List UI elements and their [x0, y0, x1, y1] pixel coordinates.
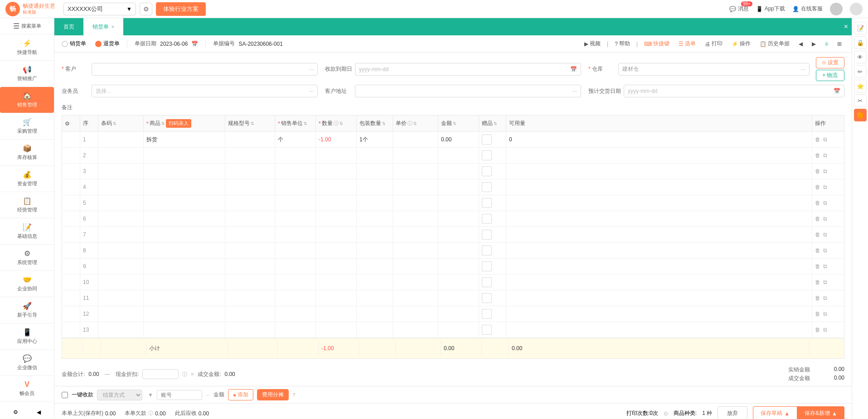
- td-unit-9[interactable]: [275, 275, 316, 290]
- td-pkg-3[interactable]: [357, 179, 393, 195]
- td-gift-0[interactable]: [479, 132, 506, 147]
- td-spec-9[interactable]: [225, 275, 275, 290]
- td-qty-8[interactable]: [316, 259, 357, 274]
- abandon-btn[interactable]: 放弃: [718, 406, 747, 419]
- calendar-icon[interactable]: 📅: [191, 41, 198, 47]
- td-qty-11[interactable]: [316, 306, 357, 322]
- remark-input[interactable]: [74, 104, 839, 111]
- td-spec-3[interactable]: [225, 179, 275, 195]
- copy-icon-6[interactable]: ⧉: [823, 231, 827, 238]
- scan-btn[interactable]: 扫码录入: [166, 119, 191, 128]
- sidebar-item-sales[interactable]: 🏠 销售管理: [0, 87, 54, 113]
- td-gift-5[interactable]: [479, 211, 506, 226]
- td-qty-1[interactable]: [316, 148, 357, 163]
- td-unit-1[interactable]: [275, 148, 316, 163]
- td-barcode-12[interactable]: [98, 322, 144, 337]
- td-price-9[interactable]: [393, 275, 438, 290]
- td-amount-9[interactable]: [438, 275, 479, 290]
- choose-btn[interactable]: ☰ 选单: [676, 39, 698, 48]
- td-pkg-12[interactable]: [357, 322, 393, 337]
- td-spec-1[interactable]: [225, 148, 275, 163]
- td-spec-7[interactable]: [225, 243, 275, 258]
- td-price-2[interactable]: [393, 164, 438, 179]
- save-new-btn[interactable]: 保存&新增 ▲: [797, 406, 844, 419]
- td-barcode-8[interactable]: [98, 259, 144, 274]
- td-gift-4[interactable]: [479, 195, 506, 211]
- td-goods-0[interactable]: 拆货: [144, 132, 225, 147]
- copy-icon-8[interactable]: ⧉: [823, 263, 827, 270]
- td-barcode-5[interactable]: [98, 211, 144, 226]
- td-pkg-1[interactable]: [357, 148, 393, 163]
- grid-view-btn[interactable]: ⊞: [834, 40, 844, 48]
- rp-btn-6[interactable]: ✂: [854, 94, 867, 107]
- rp-btn-1[interactable]: 📝: [854, 22, 867, 34]
- td-goods-12[interactable]: [144, 322, 225, 337]
- td-spec-2[interactable]: [225, 164, 275, 179]
- list-view-btn[interactable]: ≡: [822, 40, 831, 48]
- td-amount-8[interactable]: [438, 259, 479, 274]
- td-barcode-6[interactable]: [98, 227, 144, 242]
- td-gift-7[interactable]: [479, 243, 506, 258]
- td-gift-2[interactable]: [479, 164, 506, 179]
- td-price-10[interactable]: [393, 290, 438, 306]
- sidebar-item-purchase[interactable]: 🛒 采购管理: [0, 113, 54, 140]
- tab-bar-close[interactable]: ×: [844, 23, 852, 31]
- td-unit-6[interactable]: [275, 227, 316, 242]
- delete-icon-7[interactable]: 🗑: [815, 247, 820, 254]
- td-qty-0[interactable]: -1.00: [316, 132, 357, 147]
- copy-icon-9[interactable]: ⧉: [823, 279, 827, 285]
- td-gift-9[interactable]: [479, 275, 506, 290]
- td-qty-5[interactable]: [316, 211, 357, 226]
- td-amount-7[interactable]: [438, 243, 479, 258]
- td-gift-12[interactable]: [479, 322, 506, 337]
- td-gift-8[interactable]: [479, 259, 506, 274]
- collapse-icon[interactable]: ◀: [37, 409, 41, 415]
- td-gift-11[interactable]: [479, 306, 506, 322]
- td-amount-4[interactable]: [438, 195, 479, 211]
- td-goods-4[interactable]: [144, 195, 225, 211]
- copy-icon-12[interactable]: ⧉: [823, 327, 827, 333]
- td-qty-7[interactable]: [316, 243, 357, 258]
- td-barcode-4[interactable]: [98, 195, 144, 211]
- qty-sort-icon[interactable]: ⇅: [339, 121, 343, 126]
- td-price-8[interactable]: [393, 259, 438, 274]
- rp-btn-5[interactable]: ⭐: [854, 80, 867, 92]
- td-barcode-10[interactable]: [98, 290, 144, 306]
- delete-icon-10[interactable]: 🗑: [815, 295, 820, 301]
- td-gift-6[interactable]: [479, 227, 506, 242]
- rp-btn-2[interactable]: 🔒: [854, 36, 867, 49]
- warehouse-input[interactable]: 建材仓 ···: [618, 63, 810, 76]
- copy-icon-5[interactable]: ⧉: [823, 216, 827, 222]
- td-price-6[interactable]: [393, 227, 438, 242]
- delete-icon-3[interactable]: 🗑: [815, 184, 820, 190]
- one-click-collect-checkbox[interactable]: [62, 392, 68, 398]
- td-unit-7[interactable]: [275, 243, 316, 258]
- td-unit-10[interactable]: [275, 290, 316, 306]
- td-unit-2[interactable]: [275, 164, 316, 179]
- sidebar-item-basic[interactable]: 📝 基础信息: [0, 218, 54, 245]
- video-btn[interactable]: ▶ 视频: [582, 39, 603, 48]
- rp-btn-3[interactable]: 👁: [854, 51, 867, 63]
- td-price-1[interactable]: [393, 148, 438, 163]
- td-qty-2[interactable]: [316, 164, 357, 179]
- td-spec-11[interactable]: [225, 306, 275, 322]
- copy-icon-1[interactable]: ⧉: [823, 152, 827, 159]
- td-barcode-7[interactable]: [98, 243, 144, 258]
- td-barcode-1[interactable]: [98, 148, 144, 163]
- online-service-button[interactable]: 👤 在线客服: [792, 5, 823, 13]
- td-barcode-3[interactable]: [98, 179, 144, 195]
- td-qty-9[interactable]: [316, 275, 357, 290]
- sidebar-item-member[interactable]: V 畅会员: [0, 376, 54, 402]
- td-spec-0[interactable]: [225, 132, 275, 147]
- sidebar-item-wechat[interactable]: 💬 企业微信: [0, 350, 54, 376]
- td-spec-8[interactable]: [225, 259, 275, 274]
- td-amount-11[interactable]: [438, 306, 479, 322]
- tab-home[interactable]: 首页: [54, 18, 83, 35]
- receipt-date-input[interactable]: yyyy-mm-dd 📅: [355, 63, 581, 76]
- td-qty-3[interactable]: [316, 179, 357, 195]
- td-amount-2[interactable]: [438, 164, 479, 179]
- company-selector[interactable]: XXXXXX公司 ▼: [63, 3, 136, 15]
- td-price-4[interactable]: [393, 195, 438, 211]
- method-select[interactable]: 结算方式: [97, 390, 142, 400]
- td-unit-8[interactable]: [275, 259, 316, 274]
